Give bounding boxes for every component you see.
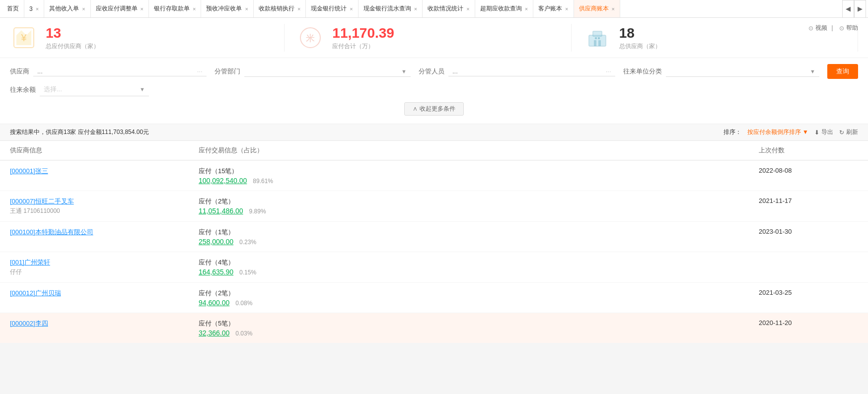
payable-percent-5: 0.08%	[235, 300, 252, 307]
close-tab-overdue-ar-icon[interactable]: ×	[525, 6, 528, 12]
dept-dropdown-arrow: ▼	[401, 68, 407, 74]
video-link[interactable]: 视频	[815, 24, 827, 32]
nav-left-arrow[interactable]: ◀	[842, 0, 854, 18]
close-tab-ar-ap-adjust-icon[interactable]: ×	[141, 6, 144, 12]
table-row: [000001]张三 应付（15笔） 100,092,540.00 89.61%…	[0, 161, 868, 191]
payable-cell-1: 应付（15笔） 100,092,540.00 89.61%	[199, 167, 759, 185]
lastpay-cell-3: 2023-01-30	[759, 228, 858, 235]
payable-amount-4[interactable]: 164,635.90	[199, 268, 233, 276]
col-header-lastpay: 上次付数	[759, 146, 858, 155]
filter-person-label: 分管人员	[419, 67, 444, 76]
nav-right-arrow[interactable]: ▶	[854, 0, 866, 18]
nav-tab-customer-account[interactable]: 客户账本 ×	[533, 0, 574, 18]
stat-payable-total-content: 11,170.39 应付合计（万）	[332, 25, 394, 51]
filter-balance-label: 往来余额	[10, 85, 36, 94]
help-link[interactable]: 帮助	[846, 24, 858, 32]
export-icon: ⬇	[814, 129, 819, 136]
supplier-sub-4: 仔仔	[10, 268, 199, 276]
close-tab-customer-account-icon[interactable]: ×	[565, 6, 568, 12]
close-tab-supplier-account-icon[interactable]: ×	[612, 6, 615, 12]
top-right-links: ⊙ 视频 ｜ ⊙ 帮助	[806, 24, 858, 32]
svg-rect-5	[589, 35, 606, 46]
supplier-cell-2: [000007]恒旺二手叉车 王通 17106110000	[10, 197, 199, 215]
close-tab-bank-deposit-icon[interactable]: ×	[193, 6, 196, 12]
payable-amount-6[interactable]: 32,366.00	[199, 329, 229, 337]
balance-dropdown-arrow: ▼	[140, 86, 145, 92]
sort-dropdown[interactable]: 按应付余额倒序排序 ▼	[747, 128, 808, 136]
filter-row-1: 供应商 ··· 分管部门 ▼ 分管人员 ··· 往来单位分类 ▼	[10, 64, 858, 79]
nav-tab-receipt-stat[interactable]: 收款情况统计 ×	[423, 0, 475, 18]
supplier-link-1[interactable]: [000001]张三	[10, 167, 48, 175]
table-row: [000002]李四 应付（5笔） 32,366.00 0.03% 2020-1…	[0, 313, 868, 343]
result-bar: 搜索结果中，供应商13家 应付金额111,703,854.00元 排序： 按应付…	[0, 124, 868, 141]
nav-tab-bank-deposit[interactable]: 银行存取款单 ×	[149, 0, 201, 18]
payable-amount-2[interactable]: 11,051,486.00	[199, 207, 243, 215]
supplier-cell-4: [001]广州荣轩 仔仔	[10, 258, 199, 276]
supplier-link-5[interactable]: [000012]广州贝瑞	[10, 289, 61, 297]
supplier-link-6[interactable]: [000002]李四	[10, 320, 48, 327]
filter-dept-label: 分管部门	[215, 67, 240, 76]
nav-tab-prepaid-ar[interactable]: 预收冲应收单 ×	[201, 0, 253, 18]
nav-tab-cash-bank-flow[interactable]: 现金银行流水查询 ×	[359, 0, 423, 18]
close-tab-cash-bank-flow-icon[interactable]: ×	[414, 6, 417, 12]
payable-cell-3: 应付（1笔） 258,000.00 0.23%	[199, 228, 759, 246]
nav-arrows: ◀ ▶	[842, 0, 866, 18]
filter-row-2: 往来余额 选择... ▼	[10, 83, 858, 96]
data-table: 供应商信息 应付交易信息（占比） 上次付数 [000001]张三 应付（15笔）…	[0, 141, 868, 343]
stat-supplier-payable-content: 13 总应付供应商（家）	[46, 25, 99, 51]
close-tab-other-income-icon[interactable]: ×	[82, 6, 85, 12]
person-input[interactable]	[452, 67, 606, 75]
stat-total-supplier-number: 18	[619, 25, 661, 42]
supplier-link-4[interactable]: [001]广州荣轩	[10, 259, 50, 266]
lastpay-cell-6: 2020-11-20	[759, 319, 858, 327]
payable-cell-2: 应付（2笔） 11,051,486.00 9.89%	[199, 197, 759, 215]
collapse-button[interactable]: ∧ 收起更多条件	[404, 102, 463, 116]
close-tab-receipt-stat-icon[interactable]: ×	[466, 6, 469, 12]
stat-payable-total-icon: 米	[296, 24, 324, 52]
stat-total-supplier-icon	[583, 24, 611, 52]
filter-dept: 分管部门 ▼	[215, 66, 411, 77]
nav-tab-receipt-verify[interactable]: 收款核销执行 ×	[254, 0, 306, 18]
payable-amount-1[interactable]: 100,092,540.00	[199, 177, 247, 185]
nav-tab-home[interactable]: 首页	[2, 0, 24, 18]
refresh-icon: ↻	[839, 129, 844, 136]
filter-category: 往来单位分类 ▼	[623, 66, 820, 77]
stat-supplier-payable-icon: ¥	[10, 24, 38, 52]
payable-percent-2: 9.89%	[249, 208, 266, 215]
payable-cell-5: 应付（2笔） 94,600.00 0.08%	[199, 289, 759, 307]
dept-dropdown[interactable]: ▼	[244, 66, 411, 77]
category-dropdown-arrow: ▼	[810, 68, 815, 74]
balance-dropdown[interactable]: 选择... ▼	[40, 83, 149, 96]
payable-cell-6: 应付（5笔） 32,366.00 0.03%	[199, 319, 759, 337]
nav-tab-cash-bank-stat[interactable]: 现金银行统计 ×	[306, 0, 358, 18]
close-tab-cash-bank-stat-icon[interactable]: ×	[350, 6, 353, 12]
nav-tab-supplier-account[interactable]: 供应商账本 ×	[574, 0, 620, 18]
table-row: [001]广州荣轩 仔仔 应付（4笔） 164,635.90 0.15%	[0, 252, 868, 283]
table-header: 供应商信息 应付交易信息（占比） 上次付数	[0, 141, 868, 161]
nav-tab-ar-ap-adjust[interactable]: 应收应付调整单 ×	[91, 0, 149, 18]
balance-placeholder: 选择...	[44, 85, 62, 94]
filter-person: 分管人员 ···	[419, 66, 615, 76]
supplier-link-2[interactable]: [000007]恒旺二手叉车	[10, 197, 74, 205]
category-dropdown[interactable]: ▼	[666, 66, 820, 77]
close-tab-prepaid-ar-icon[interactable]: ×	[245, 6, 248, 12]
search-button[interactable]: 查询	[827, 64, 858, 79]
svg-rect-7	[594, 40, 596, 46]
export-button[interactable]: ⬇ 导出	[814, 128, 833, 136]
close-tab-receipt-verify-icon[interactable]: ×	[297, 6, 300, 12]
filter-area: 供应商 ··· 分管部门 ▼ 分管人员 ··· 往来单位分类 ▼	[0, 58, 868, 124]
close-tab-3-icon[interactable]: ×	[36, 6, 39, 12]
nav-tab-other-income[interactable]: 其他收入单 ×	[44, 0, 90, 18]
payable-amount-3[interactable]: 258,000.00	[199, 238, 233, 246]
supplier-cell-1: [000001]张三	[10, 167, 199, 176]
nav-tab-3[interactable]: 3 ×	[24, 0, 44, 18]
supplier-input[interactable]	[37, 67, 197, 75]
lastpay-cell-1: 2022-08-08	[759, 167, 858, 174]
nav-tab-overdue-ar[interactable]: 超期应收款查询 ×	[475, 0, 533, 18]
collapse-row: ∧ 收起更多条件	[10, 100, 858, 118]
supplier-link-3[interactable]: [000100]本特勤油品有限公司	[10, 228, 93, 236]
supplier-cell-6: [000002]李四	[10, 319, 199, 328]
circle-icon2: ⊙	[839, 25, 844, 32]
payable-amount-5[interactable]: 94,600.00	[199, 299, 229, 307]
refresh-button[interactable]: ↻ 刷新	[839, 128, 858, 136]
